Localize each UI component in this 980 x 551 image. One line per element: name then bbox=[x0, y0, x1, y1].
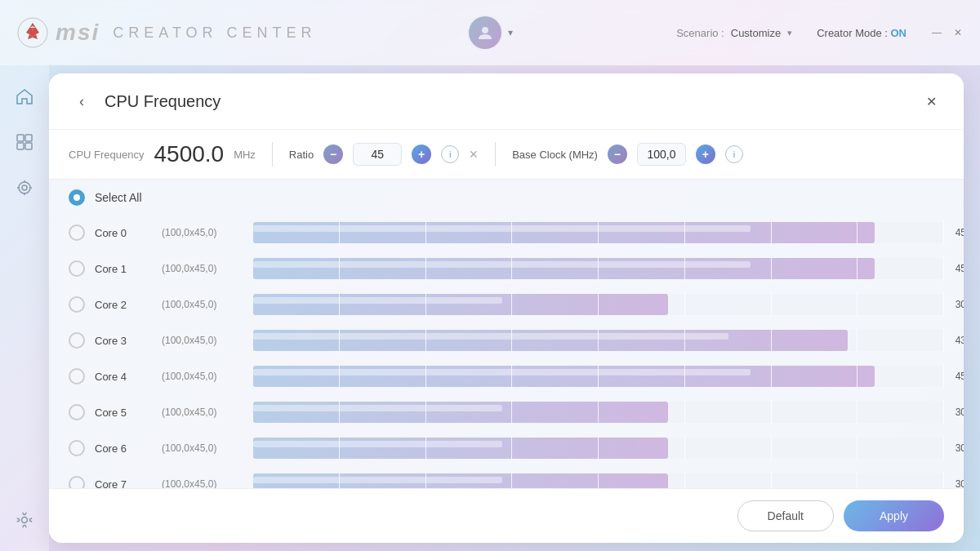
grid-line bbox=[253, 256, 340, 281]
core-0-bar-grid bbox=[253, 220, 944, 245]
base-clock-input[interactable] bbox=[637, 143, 686, 166]
ratio-decrease-button[interactable]: − bbox=[323, 144, 343, 164]
grid-line bbox=[426, 220, 513, 245]
grid-line bbox=[772, 436, 858, 460]
core-0-bar-container: 4500,0MHz bbox=[253, 220, 944, 245]
grid-line bbox=[512, 400, 599, 424]
grid-line bbox=[512, 328, 599, 353]
grid-line bbox=[426, 436, 513, 460]
select-all-radio[interactable] bbox=[69, 189, 85, 206]
main-area: ‹ CPU Frequency ✕ CPU Frequency 4500.0 M… bbox=[0, 65, 980, 551]
grid-line bbox=[858, 436, 944, 460]
grid-line bbox=[253, 220, 340, 245]
grid-line bbox=[253, 364, 340, 389]
grid-line bbox=[512, 472, 599, 488]
core-1-bar-container: 4500,0MHz bbox=[253, 256, 944, 281]
grid-line bbox=[858, 472, 944, 488]
grid-line bbox=[253, 436, 340, 460]
core-row: Core 0 (100,0x45,0) 4500,0MHz bbox=[59, 216, 954, 250]
scenario-chevron-icon[interactable]: ▾ bbox=[787, 28, 792, 38]
grid-line bbox=[685, 220, 772, 245]
profile-area[interactable]: ▾ bbox=[467, 15, 513, 51]
dialog-close-button[interactable]: ✕ bbox=[918, 88, 944, 114]
core-7-bar-container: 3000,0MHz bbox=[253, 472, 944, 488]
core-6-radio[interactable] bbox=[69, 440, 85, 456]
base-clock-increase-button[interactable]: + bbox=[696, 144, 715, 164]
core-5-bar-container: 3000,0MHz bbox=[253, 400, 944, 424]
core-6-name: Core 6 bbox=[95, 442, 152, 455]
core-5-params: (100,0x45,0) bbox=[162, 407, 243, 418]
core-row: Core 1 (100,0x45,0) 4500,0MHz bbox=[59, 251, 954, 286]
cpu-frequency-label: CPU Frequency bbox=[69, 149, 144, 161]
ratio-info-button[interactable]: i bbox=[441, 145, 459, 163]
grid-line bbox=[858, 292, 944, 317]
core-3-value: 4300,0MHz bbox=[956, 335, 964, 346]
grid-line bbox=[772, 220, 858, 245]
profile-avatar bbox=[467, 15, 503, 51]
ratio-increase-button[interactable]: + bbox=[412, 144, 431, 164]
core-4-value: 4500,0MHz bbox=[956, 371, 964, 382]
scenario-value: Customize bbox=[731, 27, 781, 39]
core-3-radio[interactable] bbox=[69, 332, 85, 349]
core-2-radio[interactable] bbox=[69, 296, 85, 313]
core-0-value: 4500,0MHz bbox=[956, 227, 964, 238]
grid-line bbox=[772, 364, 858, 389]
core-4-radio[interactable] bbox=[69, 368, 85, 384]
core-row: Core 6 (100,0x45,0) 3000,0MHz bbox=[59, 431, 954, 465]
sidebar-item-home[interactable] bbox=[10, 82, 39, 111]
default-button[interactable]: Default bbox=[737, 500, 834, 531]
svg-rect-2 bbox=[17, 135, 24, 141]
svg-rect-4 bbox=[17, 143, 24, 149]
grid-line bbox=[772, 292, 858, 317]
svg-point-7 bbox=[22, 185, 27, 190]
base-clock-decrease-button[interactable]: − bbox=[608, 144, 627, 164]
sidebar-item-apps[interactable] bbox=[10, 127, 39, 157]
dialog-header: ‹ CPU Frequency ✕ bbox=[49, 73, 964, 130]
divider-1 bbox=[272, 142, 273, 167]
core-2-bar-grid bbox=[253, 292, 944, 317]
core-2-params: (100,0x45,0) bbox=[162, 299, 243, 310]
core-5-radio[interactable] bbox=[69, 404, 85, 420]
grid-line bbox=[599, 256, 685, 281]
cpu-frequency-value: 4500.0 bbox=[154, 141, 224, 167]
core-0-params: (100,0x45,0) bbox=[162, 227, 243, 238]
ratio-input[interactable] bbox=[353, 143, 402, 166]
core-0-name: Core 0 bbox=[95, 227, 152, 239]
core-1-bar-grid bbox=[253, 256, 944, 281]
ratio-clear-button[interactable]: ✕ bbox=[469, 148, 479, 161]
title-bar: msi CREATOR CENTER ▾ Scenario : Customiz… bbox=[0, 0, 980, 65]
grid-line bbox=[858, 256, 944, 281]
core-7-radio[interactable] bbox=[69, 476, 85, 488]
grid-line bbox=[340, 472, 426, 488]
core-6-bar-container: 3000,0MHz bbox=[253, 436, 944, 460]
ratio-label: Ratio bbox=[289, 149, 314, 161]
base-clock-info-button[interactable]: i bbox=[725, 145, 743, 163]
grid-line bbox=[858, 220, 944, 245]
grid-line bbox=[685, 328, 772, 353]
apply-button[interactable]: Apply bbox=[844, 500, 944, 531]
frequency-control-bar: CPU Frequency 4500.0 MHz Ratio − + i ✕ B… bbox=[49, 130, 964, 180]
core-7-value: 3000,0MHz bbox=[956, 478, 964, 488]
creator-mode-area: Creator Mode : ON bbox=[817, 27, 906, 39]
grid-line bbox=[599, 328, 685, 353]
sidebar-item-system[interactable] bbox=[10, 173, 39, 202]
core-6-bar-grid bbox=[253, 436, 944, 460]
sidebar-item-settings[interactable] bbox=[10, 505, 39, 535]
grid-line bbox=[685, 436, 772, 460]
svg-point-12 bbox=[22, 518, 28, 523]
close-button[interactable]: ✕ bbox=[952, 27, 964, 38]
msi-dragon-icon bbox=[16, 16, 49, 49]
core-5-bar-grid bbox=[253, 400, 944, 424]
core-2-bar-container: 3000,0MHz bbox=[253, 292, 944, 317]
grid-line bbox=[426, 328, 513, 353]
core-4-bar-grid bbox=[253, 364, 944, 389]
core-0-radio[interactable] bbox=[69, 224, 85, 241]
grid-line bbox=[599, 472, 685, 488]
core-1-radio[interactable] bbox=[69, 260, 85, 277]
scenario-area: Scenario : Customize ▾ bbox=[676, 27, 792, 39]
back-button[interactable]: ‹ bbox=[69, 88, 95, 114]
core-5-name: Core 5 bbox=[95, 407, 152, 419]
grid-line bbox=[858, 400, 944, 424]
minimize-button[interactable]: — bbox=[931, 27, 942, 38]
grid-line bbox=[512, 292, 599, 317]
